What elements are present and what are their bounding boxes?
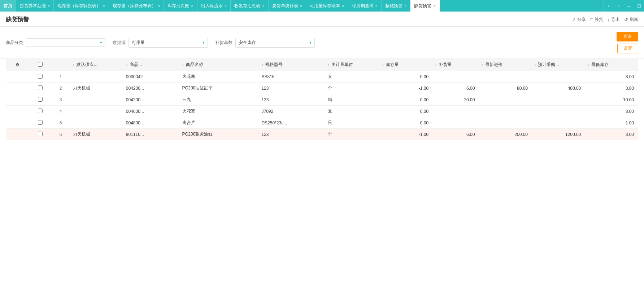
replenish-icon: □ (590, 17, 593, 22)
row-check-1[interactable] (30, 83, 51, 94)
share-button[interactable]: ↗ 分享 (572, 17, 586, 23)
replenish-base-filter-group: 补货基数 安全库存 ▾ (215, 38, 315, 48)
col-header-stock[interactable]: ↕ 库存量 (380, 59, 433, 71)
row-unit-4: 只 (326, 117, 380, 129)
tab-close-2[interactable]: × (103, 4, 105, 8)
tab-2[interactable]: 现存量（库存状况表） × (54, 0, 109, 12)
row-check-2[interactable] (30, 94, 51, 106)
settings-button[interactable]: 设置 (617, 44, 638, 53)
tab-close-3[interactable]: × (158, 4, 160, 8)
row-replenish-2: 20.00 (433, 94, 479, 106)
tab-maximize-btn[interactable]: □ (634, 0, 644, 12)
tab-close-5[interactable]: × (225, 4, 227, 8)
replenish-base-select[interactable]: 安全库存 ▾ (235, 38, 315, 48)
tab-4[interactable]: 库存批次账 × (164, 0, 197, 12)
datasource-filter-group: 数据源 可用量 ▾ (113, 38, 208, 48)
row-checkbox-3[interactable] (38, 109, 43, 113)
sort-estimated-icon: ↕ (534, 63, 536, 67)
col-header-check[interactable] (30, 59, 51, 71)
tab-10[interactable]: 超储预警 × (382, 0, 410, 12)
row-estimated-5: 1200.00 (532, 129, 585, 140)
category-label: 商品分类 (6, 40, 23, 46)
tab-7[interactable]: 要货单统计表 × (269, 0, 306, 12)
row-supplier-5: 力天机械 (71, 129, 124, 140)
select-all-checkbox[interactable] (38, 62, 43, 67)
row-checkbox-0[interactable] (38, 74, 43, 79)
tab-8[interactable]: 可用量库存账本 × (306, 0, 348, 12)
row-spec-3: J7092 (259, 106, 325, 117)
col-header-replenish[interactable]: ↕ 补货量 (433, 59, 479, 71)
tab-close-8[interactable]: × (342, 4, 344, 8)
row-name-3: 火花塞 (180, 106, 260, 117)
share-icon: ↗ (572, 17, 576, 22)
tab-prev-btn[interactable]: ‹ (604, 0, 614, 12)
sort-stock-icon: ↕ (382, 63, 384, 67)
gear-icon: ⚙ (16, 62, 19, 67)
query-button[interactable]: 查询 (617, 32, 638, 41)
row-check-3[interactable] (30, 106, 51, 117)
row-unit-3: 支 (326, 106, 380, 117)
col-header-spec[interactable]: ↕ 规格型号 (259, 59, 325, 71)
tab-close-4[interactable]: × (191, 4, 193, 8)
export-button[interactable]: ↓ 导出 (608, 17, 620, 23)
tab-bar: 首页 拣货异常处理 × 现存量（库存状况表） × 现存量（库存分布表） × 库存… (0, 0, 644, 12)
category-select[interactable]: ▾ (26, 38, 105, 47)
col-header-unit[interactable]: ↕ 主计量单位 (326, 59, 380, 71)
tab-6[interactable]: 收发存汇总表 × (231, 0, 268, 12)
tab-11[interactable]: 缺货预警 × (410, 0, 439, 12)
col-header-supplier[interactable]: ↕ 默认供应... (71, 59, 124, 71)
row-code-5: 801110... (124, 129, 180, 140)
row-estimated-4 (532, 117, 585, 129)
row-replenish-3 (433, 106, 479, 117)
row-checkbox-5[interactable] (38, 132, 43, 136)
tab-home[interactable]: 首页 (0, 0, 16, 12)
row-check-4[interactable] (30, 117, 51, 129)
row-checkbox-1[interactable] (38, 85, 43, 90)
page-header: 缺货预警 ↗ 分享 □ 补货 ↓ 导出 ↺ 刷新 (0, 12, 644, 27)
row-stock-2: 0.00 (380, 94, 433, 106)
col-header-estimated[interactable]: ↕ 预计采购... (532, 59, 585, 71)
table-row: 5 004800... 离合片 DS250*23c... 只 0.00 1.00 (6, 117, 638, 129)
row-num-5: 6 (51, 129, 71, 140)
tab-next-btn[interactable]: › (614, 0, 624, 12)
row-stock-0: 0.00 (380, 71, 433, 83)
row-supplier-3 (71, 106, 124, 117)
row-checkbox-4[interactable] (38, 120, 43, 125)
col-header-num (51, 59, 71, 71)
row-min-stock-4: 1.00 (585, 117, 638, 129)
col-header-name[interactable]: ↕ 商品名称 (180, 59, 260, 71)
table-row: 6 力天机械 801110... PC200张紧油缸 123 个 -1.00 6… (6, 129, 638, 140)
tab-5[interactable]: 出入库流水 × (197, 0, 231, 12)
row-check-5[interactable] (30, 129, 51, 140)
col-header-min-stock[interactable]: ↕ 最低库存 (585, 59, 638, 71)
col-header-gear[interactable]: ⚙ (6, 59, 30, 71)
tab-close-7[interactable]: × (300, 4, 302, 8)
tab-9[interactable]: 保质期查询 × (348, 0, 382, 12)
col-header-latest-price[interactable]: ↕ 最新进价 (479, 59, 532, 71)
sort-spec-icon: ↕ (261, 63, 263, 67)
tab-close-11[interactable]: × (433, 4, 435, 8)
tab-close-1[interactable]: × (48, 4, 50, 8)
tab-3[interactable]: 现存量（库存分布表） × (109, 0, 164, 12)
replenish-button[interactable]: □ 补货 (590, 17, 603, 23)
sort-replenish-icon: ↕ (435, 63, 437, 67)
row-name-4: 离合片 (180, 117, 260, 129)
sort-min-stock-icon: ↕ (587, 63, 589, 67)
tab-close-6[interactable]: × (262, 4, 264, 8)
tab-close-10[interactable]: × (404, 4, 406, 8)
datasource-select-value: 可用量 (132, 40, 145, 46)
tab-1[interactable]: 拣货异常处理 × (16, 0, 54, 12)
category-filter-group: 商品分类 ▾ (6, 38, 105, 47)
row-gear-5 (6, 129, 30, 140)
tab-minimize-btn[interactable]: ‒ (624, 0, 634, 12)
tab-close-9[interactable]: × (375, 4, 378, 8)
row-checkbox-2[interactable] (38, 97, 43, 102)
refresh-button[interactable]: ↺ 刷新 (624, 17, 638, 23)
row-check-0[interactable] (30, 71, 51, 83)
col-header-code[interactable]: ↕ 商品... (124, 59, 180, 71)
datasource-select[interactable]: 可用量 ▾ (129, 38, 208, 48)
row-spec-4: DS250*23c... (259, 117, 325, 129)
datasource-dropdown-icon: ▾ (203, 40, 205, 45)
row-num-0: 1 (51, 71, 71, 83)
sort-unit-icon: ↕ (328, 63, 330, 67)
